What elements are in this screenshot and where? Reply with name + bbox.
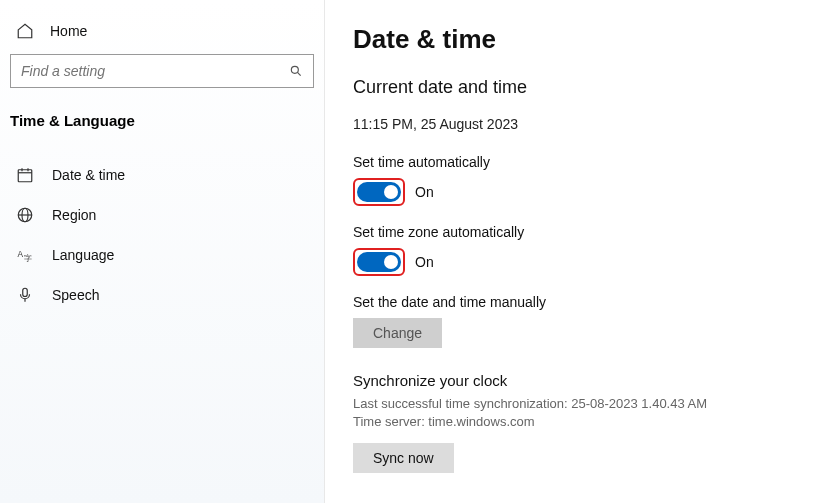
home-nav[interactable]: Home [10,16,314,54]
sidebar-item-speech[interactable]: Speech [10,275,314,315]
microphone-icon [16,286,34,304]
set-time-auto-state: On [415,184,434,200]
svg-rect-11 [23,288,28,296]
manual-set-label: Set the date and time manually [353,294,815,310]
highlight-box [353,248,405,276]
sidebar-section-title: Time & Language [10,106,314,155]
page-title: Date & time [353,24,815,55]
sidebar-item-label: Language [52,247,114,263]
sync-last-line: Last successful time synchronization: 25… [353,395,815,413]
sidebar-item-region[interactable]: Region [10,195,314,235]
svg-text:A: A [18,250,24,259]
current-datetime-value: 11:15 PM, 25 August 2023 [353,116,815,132]
search-icon [289,64,303,78]
sidebar-item-language[interactable]: A 字 Language [10,235,314,275]
sidebar-item-label: Date & time [52,167,125,183]
svg-text:字: 字 [24,254,32,263]
sync-head: Synchronize your clock [353,372,815,389]
sidebar-item-label: Speech [52,287,99,303]
sidebar-item-label: Region [52,207,96,223]
sidebar-item-date-time[interactable]: Date & time [10,155,314,195]
svg-rect-2 [18,170,32,182]
set-tz-auto-toggle[interactable] [357,252,401,272]
set-tz-auto-label: Set time zone automatically [353,224,815,240]
set-tz-auto-state: On [415,254,434,270]
sync-now-button[interactable]: Sync now [353,443,454,473]
set-tz-auto-row: On [353,248,815,276]
language-icon: A 字 [16,246,34,264]
home-icon [16,22,34,40]
main-content: Date & time Current date and time 11:15 … [325,0,835,503]
search-input-container[interactable] [10,54,314,88]
change-button: Change [353,318,442,348]
highlight-box [353,178,405,206]
set-time-auto-row: On [353,178,815,206]
subhead-current: Current date and time [353,77,815,98]
date-time-icon [16,166,34,184]
sidebar: Home Time & Language Date & time Region [0,0,325,503]
svg-line-1 [297,72,300,75]
globe-icon [16,206,34,224]
set-time-auto-toggle[interactable] [357,182,401,202]
home-label: Home [50,23,87,39]
svg-point-0 [291,66,298,73]
sync-server-line: Time server: time.windows.com [353,413,815,431]
set-time-auto-label: Set time automatically [353,154,815,170]
search-input[interactable] [21,63,289,79]
sync-info: Last successful time synchronization: 25… [353,395,815,431]
